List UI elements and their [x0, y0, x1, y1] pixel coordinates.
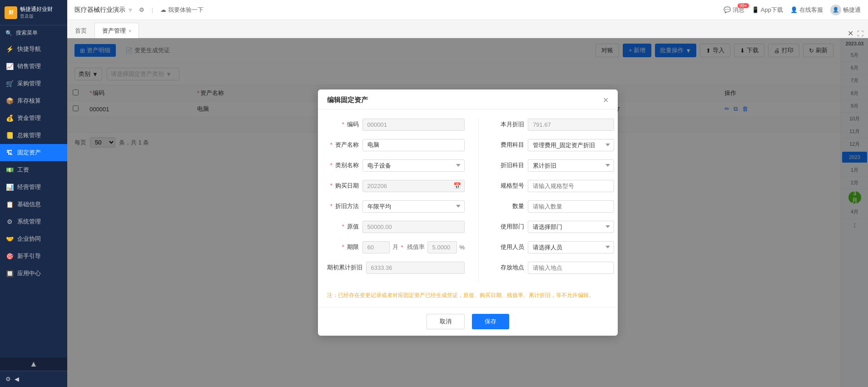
sidebar-item-app-center[interactable]: 🔲 应用中心 — [0, 265, 67, 282]
form-row-period: * 期限 月 * 残值率 % — [327, 241, 465, 253]
sidebar-item-operations[interactable]: 📊 经营管理 — [0, 179, 67, 196]
topbar-right: 💬 消息 99+ 📱 App下载 👤 在线客服 👤 畅捷通 — [724, 5, 861, 15]
purchase-date-container: 📅 — [362, 180, 465, 192]
quantity-input[interactable] — [528, 200, 614, 213]
sidebar-arrow: ◀ — [15, 376, 19, 382]
service-icon: 👤 — [790, 6, 798, 13]
window-expand-icon[interactable]: ⛶ — [857, 30, 863, 37]
system-icon: ⚙ — [5, 218, 14, 226]
code-input[interactable] — [362, 119, 465, 131]
enterprise-icon: 🤝 — [5, 235, 14, 243]
online-service-button[interactable]: 👤 在线客服 — [790, 6, 823, 14]
original-value-input[interactable] — [362, 221, 465, 233]
content-area: ⊞ 资产明细 📄 变更生成凭证 对账 + 新增 — [67, 38, 868, 387]
spec-input[interactable] — [528, 180, 614, 192]
logo-text: 畅捷通好业财 普及版 — [20, 5, 53, 20]
logo-icon: 财 — [5, 6, 17, 19]
experience-link[interactable]: ☁ 我要体验一下 — [160, 6, 203, 14]
residual-rate-input[interactable] — [427, 241, 457, 253]
tab-asset-management[interactable]: 资产管理 × — [94, 23, 139, 38]
sidebar-item-basic-info[interactable]: 📋 基础信息 — [0, 196, 67, 213]
cloud-icon: ☁ — [160, 6, 166, 13]
operations-icon: 📊 — [5, 183, 14, 191]
modal-overlay: 编辑固定资产 ✕ * 编码 — [67, 38, 868, 387]
app-download-button[interactable]: 📱 App下载 — [752, 6, 783, 14]
dep-method-select[interactable]: 年限平均 — [362, 200, 465, 213]
form-right: 本月折旧 费用科目 管理费用_固定资产折旧 — [479, 119, 614, 282]
modal-close-button[interactable]: ✕ — [603, 96, 609, 104]
modal-title: 编辑固定资产 — [327, 96, 368, 104]
sidebar-item-enterprise[interactable]: 🤝 企业协同 — [0, 230, 67, 248]
location-label: 存放地点 — [492, 263, 524, 272]
sidebar-item-system[interactable]: ⚙ 系统管理 — [0, 213, 67, 230]
form-row-category: * 类别名称 电子设备 — [327, 159, 465, 172]
expense-subject-select[interactable]: 管理费用_固定资产折旧 — [528, 139, 614, 151]
modal-header: 编辑固定资产 ✕ — [318, 89, 618, 109]
dept-select[interactable]: 请选择部门 — [528, 221, 614, 233]
save-button[interactable]: 保存 — [472, 314, 509, 329]
salary-icon: 💵 — [5, 166, 14, 174]
sidebar-item-purchase[interactable]: 🛒 采购管理 — [0, 75, 67, 92]
message-button[interactable]: 💬 消息 99+ — [724, 6, 744, 14]
calendar-icon[interactable]: 📅 — [453, 182, 461, 189]
sidebar-item-sales[interactable]: 📈 销售管理 — [0, 58, 67, 75]
category-label: * 类别名称 — [327, 161, 359, 169]
search-icon: 🔍 — [5, 30, 12, 36]
sidebar-item-search[interactable]: 🔍 搜索菜单 — [0, 25, 67, 40]
sidebar-item-salary[interactable]: 💵 工资 — [0, 161, 67, 179]
sidebar: 财 畅捷通好业财 普及版 🔍 搜索菜单 ⚡ 快捷导航 📈 销售管理 🛒 采购管理… — [0, 0, 67, 387]
period-label: * 期限 — [327, 243, 359, 251]
person-select[interactable]: 请选择人员 — [528, 241, 614, 253]
quantity-label: 数量 — [492, 202, 524, 210]
form-row-original-value: * 原值 — [327, 221, 465, 233]
form-row-dept: 使用部门 请选择部门 — [492, 221, 614, 233]
purchase-date-input[interactable] — [362, 180, 465, 192]
purchase-date-label: * 购买日期 — [327, 182, 359, 190]
expense-subject-label: 费用科目 — [492, 141, 524, 149]
dept-label: 使用部门 — [492, 223, 524, 231]
original-value-label: * 原值 — [327, 223, 359, 231]
initial-dep-input[interactable] — [366, 262, 465, 274]
location-input[interactable] — [528, 262, 614, 274]
gear-button[interactable]: ⚙ — [139, 6, 144, 13]
guide-icon: 🎯 — [5, 252, 14, 260]
inventory-icon: 📦 — [5, 97, 14, 105]
ledger-icon: 📒 — [5, 131, 14, 139]
edit-asset-modal: 编辑固定资产 ✕ * 编码 — [318, 89, 618, 336]
person-label: 使用人员 — [492, 243, 524, 251]
modal-body: * 编码 * 资产名称 — [318, 109, 618, 291]
sidebar-item-guide[interactable]: 🎯 新手引导 — [0, 248, 67, 265]
sidebar-item-quick-nav[interactable]: ⚡ 快捷导航 — [0, 40, 67, 58]
name-input[interactable] — [362, 139, 465, 151]
tab-home[interactable]: 首页 — [67, 23, 94, 38]
cancel-button[interactable]: 取消 — [427, 314, 465, 329]
main-area: 医疗器械行业演示 ▼ ⚙ | ☁ 我要体验一下 💬 消息 99+ 📱 App下载… — [67, 0, 868, 387]
monthly-dep-input — [528, 119, 614, 131]
spec-label: 规格型号 — [492, 182, 524, 190]
form-row-person: 使用人员 请选择人员 — [492, 241, 614, 253]
category-select[interactable]: 电子设备 — [362, 159, 465, 172]
form-row-code: * 编码 — [327, 119, 465, 131]
basic-info-icon: 📋 — [5, 200, 14, 208]
sidebar-item-fund[interactable]: 💰 资金管理 — [0, 109, 67, 127]
topbar: 医疗器械行业演示 ▼ ⚙ | ☁ 我要体验一下 💬 消息 99+ 📱 App下载… — [67, 0, 868, 20]
form-row-expense-subject: 费用科目 管理费用_固定资产折旧 — [492, 139, 614, 151]
tab-close-icon[interactable]: × — [129, 28, 131, 34]
period-input[interactable] — [362, 241, 390, 253]
form-row-location: 存放地点 — [492, 262, 614, 274]
window-close-icon[interactable]: ✕ — [848, 29, 853, 38]
sidebar-item-inventory[interactable]: 📦 库存核算 — [0, 92, 67, 109]
name-label: * 资产名称 — [327, 141, 359, 149]
user-button[interactable]: 👤 畅捷通 — [830, 5, 861, 15]
sidebar-item-fixed-assets[interactable]: 🏗 固定资产 — [0, 144, 67, 161]
form-row-dep-subject: 折旧科目 累计折旧 — [492, 159, 614, 172]
download-icon: 📱 — [752, 6, 759, 13]
sidebar-item-ledger[interactable]: 📒 总账管理 — [0, 127, 67, 144]
sidebar-settings[interactable]: ⚙ ◀ — [0, 371, 67, 387]
dep-subject-select[interactable]: 累计折旧 — [528, 159, 614, 172]
sidebar-scroll-up[interactable]: ▲ — [0, 357, 67, 371]
code-label: * 编码 — [327, 120, 359, 129]
form-row-initial-dep: 期初累计折旧 — [327, 262, 465, 274]
monthly-dep-label: 本月折旧 — [492, 120, 524, 129]
window-controls: ✕ ⛶ — [843, 29, 868, 38]
